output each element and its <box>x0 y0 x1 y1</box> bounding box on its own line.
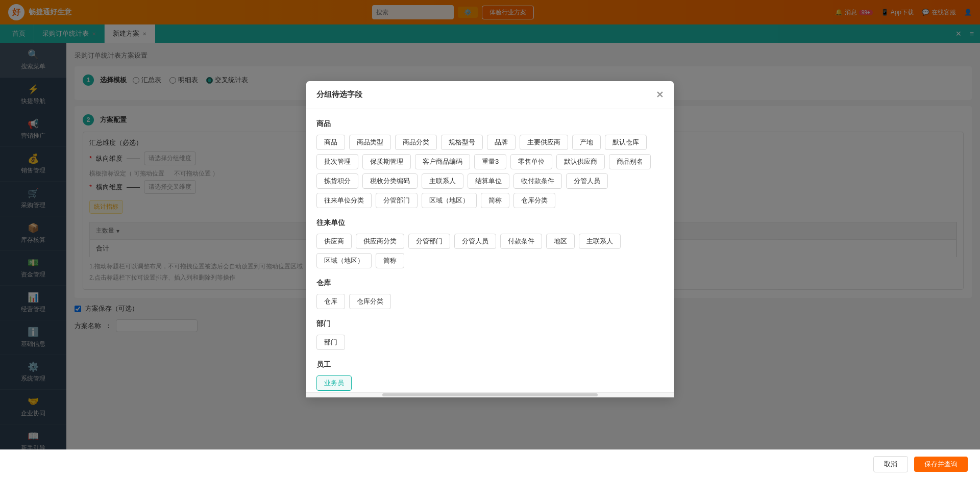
field-warehouse-cat[interactable]: 仓库分类 <box>513 193 555 208</box>
field-default-warehouse[interactable]: 默认仓库 <box>605 135 647 150</box>
hscroll-thumb <box>382 393 598 396</box>
field-department[interactable]: 部门 <box>316 335 345 350</box>
modal-footer: 取消 保存并查询 <box>0 449 980 478</box>
field-party-dept[interactable]: 分管部门 <box>408 234 450 249</box>
field-party-region[interactable]: 区域（地区） <box>316 253 372 268</box>
field-tax-code[interactable]: 税收分类编码 <box>362 173 418 189</box>
field-party-category[interactable]: 往来单位分类 <box>316 193 372 208</box>
field-pay-terms[interactable]: 付款条件 <box>500 234 542 249</box>
field-product-alias[interactable]: 商品别名 <box>609 154 651 169</box>
section-party: 往来单位 供应商 供应商分类 分管部门 分管人员 付款条件 地区 主联系人 区域… <box>316 218 664 268</box>
product-field-grid: 商品 商品类型 商品分类 规格型号 品牌 主要供应商 产地 默认仓库 批次管理 … <box>316 135 664 208</box>
modal-header: 分组待选字段 ✕ <box>306 81 674 109</box>
field-product[interactable]: 商品 <box>316 135 345 150</box>
field-party-staff[interactable]: 分管人员 <box>454 234 496 249</box>
field-short-name-product[interactable]: 简称 <box>481 193 509 208</box>
section-product-title: 商品 <box>316 119 664 129</box>
section-employee: 员工 业务员 <box>316 360 664 391</box>
field-customer-code[interactable]: 客户商品编码 <box>415 154 470 169</box>
field-warehouse-category[interactable]: 仓库分类 <box>349 294 391 309</box>
field-retail-unit[interactable]: 零售单位 <box>510 154 552 169</box>
employee-field-grid: 业务员 <box>316 375 664 391</box>
cancel-button[interactable]: 取消 <box>873 456 908 472</box>
section-product: 商品 商品 商品类型 商品分类 规格型号 品牌 主要供应商 产地 默认仓库 批次… <box>316 119 664 208</box>
field-spec-model[interactable]: 规格型号 <box>441 135 483 150</box>
field-origin[interactable]: 产地 <box>572 135 601 150</box>
section-employee-title: 员工 <box>316 360 664 369</box>
field-shelf-life[interactable]: 保质期管理 <box>362 154 411 169</box>
field-salesperson[interactable]: 业务员 <box>316 375 352 391</box>
field-dept[interactable]: 分管部门 <box>376 193 418 208</box>
field-weight3[interactable]: 重量3 <box>474 154 506 169</box>
modal-overlay: 分组待选字段 ✕ 商品 商品 商品类型 商品分类 规格型号 品牌 主要供应商 产… <box>0 0 980 478</box>
section-warehouse-title: 仓库 <box>316 279 664 288</box>
field-manager-staff[interactable]: 分管人员 <box>566 173 608 189</box>
field-area[interactable]: 地区 <box>546 234 575 249</box>
party-field-grid: 供应商 供应商分类 分管部门 分管人员 付款条件 地区 主联系人 区域（地区） … <box>316 234 664 268</box>
field-pick-score[interactable]: 拣货积分 <box>316 173 358 189</box>
field-settle-unit[interactable]: 结算单位 <box>468 173 509 189</box>
field-warehouse[interactable]: 仓库 <box>316 294 345 309</box>
field-product-category[interactable]: 商品分类 <box>395 135 437 150</box>
modal-dialog: 分组待选字段 ✕ 商品 商品 商品类型 商品分类 规格型号 品牌 主要供应商 产… <box>306 81 674 397</box>
field-product-type[interactable]: 商品类型 <box>349 135 391 150</box>
save-button[interactable]: 保存并查询 <box>914 457 968 472</box>
field-party-short[interactable]: 简称 <box>376 253 404 268</box>
dept-field-grid: 部门 <box>316 335 664 350</box>
modal-close-btn[interactable]: ✕ <box>656 89 664 100</box>
field-brand[interactable]: 品牌 <box>487 135 516 150</box>
field-supplier-cat[interactable]: 供应商分类 <box>356 234 404 249</box>
field-party-contact[interactable]: 主联系人 <box>579 234 621 249</box>
field-batch-manage[interactable]: 批次管理 <box>316 154 358 169</box>
field-default-supplier[interactable]: 默认供应商 <box>556 154 605 169</box>
field-main-contact[interactable]: 主联系人 <box>422 173 463 189</box>
field-region-product[interactable]: 区域（地区） <box>422 193 477 208</box>
section-dept: 部门 部门 <box>316 319 664 350</box>
section-warehouse: 仓库 仓库 仓库分类 <box>316 279 664 309</box>
section-party-title: 往来单位 <box>316 218 664 228</box>
modal-body[interactable]: 商品 商品 商品类型 商品分类 规格型号 品牌 主要供应商 产地 默认仓库 批次… <box>306 109 674 392</box>
field-supplier[interactable]: 供应商 <box>316 234 352 249</box>
modal-title: 分组待选字段 <box>316 90 362 99</box>
section-dept-title: 部门 <box>316 319 664 329</box>
field-main-supplier[interactable]: 主要供应商 <box>520 135 568 150</box>
warehouse-field-grid: 仓库 仓库分类 <box>316 294 664 309</box>
field-payment-terms[interactable]: 收付款条件 <box>513 173 562 189</box>
modal-hscroll[interactable] <box>306 392 674 397</box>
